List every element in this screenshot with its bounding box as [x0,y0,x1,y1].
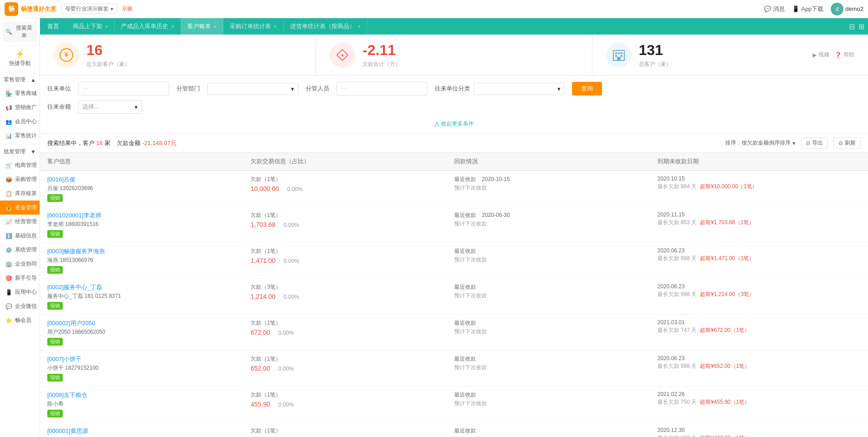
tab-product-inbound[interactable]: 产成品入库单历史 × [115,18,181,35]
content-area: ¥ 16 总欠款客户（家） ✦ [40,35,868,437]
wechat-icon: 💬 [5,303,12,310]
unit-class-select[interactable]: ▾ [474,83,565,95]
tab-home-label: 首页 [47,22,59,30]
tab-close-icon[interactable]: × [214,24,216,29]
overdue-days: 最长欠款 998 天 [657,291,698,297]
overdue-link[interactable]: 超期¥1,703.68（1笔） [700,219,754,226]
tab-close-icon[interactable]: × [171,24,174,29]
sidebar-item-retail-mgmt[interactable]: 零售管理 ▲ [0,73,40,86]
sidebar-item-inventory[interactable]: 📋 库存核算 [0,186,40,201]
ellipsis-icon: ··· [82,85,88,93]
tab-customer-account[interactable]: 客户账本 × [181,18,223,35]
export-icon: ⊙ [806,140,810,146]
balance-select[interactable]: 选择... ▾ [78,100,142,114]
sidebar-item-enterprise[interactable]: 🏢 企业协同 [0,257,40,271]
overdue-link[interactable]: 超期¥652.00（1笔） [700,363,750,369]
search-button[interactable]: 查询 [572,82,602,95]
sidebar-item-sys-mgmt[interactable]: ⚙️ 系统管理 [0,243,40,257]
tab-close-icon[interactable]: × [358,24,361,29]
recovery-next: 预计下次收款 [454,256,657,264]
debt-info-text: 欠款（1笔） [251,211,454,219]
sort-button[interactable]: 排序：按欠款金额倒序排序 ▾ [725,139,795,147]
debt-amount[interactable]: 1,703.68 [251,221,276,228]
from-unit-input[interactable]: ··· [78,82,169,95]
sidebar-item-retail-store[interactable]: 🏪 零售商城 [0,86,40,100]
customer-name[interactable]: [0002]服务中心_丁磊 [47,283,251,291]
overdue-link[interactable]: 超期¥1,214.00（3笔） [700,291,754,297]
sidebar-item-retail-stats[interactable]: 📊 零售统计 [0,129,40,143]
overdue-days: 最长欠款 853 天 [657,219,698,226]
customer-name[interactable]: [0016]吕俊 [47,176,251,184]
customer-name[interactable]: [0007]小饼干 [47,355,251,363]
sidebar-item-finance-mgmt[interactable]: 💰 资金管理 [0,201,40,215]
debt-amount[interactable]: 672.00 [251,329,270,336]
dept-select[interactable]: ▾ [207,83,298,95]
customer-name[interactable]: [0003]畅捷服务尹海燕 [47,247,251,256]
sidebar-item-vip-member[interactable]: ⭐ 畅会员 [0,313,40,327]
industry-label: 母婴行业演示账套 [65,5,109,13]
debt-amount-row: 672.00 0.00% [251,329,454,336]
debt-amount-row: 1,214.00 0.00% [251,293,454,300]
tab-purchase-stats[interactable]: 进货单统计表（按商品） × [284,18,367,35]
person-input[interactable]: ··· [336,82,427,95]
search-menu-button[interactable]: 🔍 搜索菜单 [3,22,37,42]
overdue-row: 最长欠款 998 天 超期¥652.00（1笔） [657,362,861,370]
customer-tag: 现销 [47,194,63,202]
sidebar-item-batch-mgmt[interactable]: 批发管理 ▼ [0,145,40,158]
debt-amount[interactable]: 10,000.00 [251,185,279,192]
sidebar-item-quick-nav[interactable]: ⚡ 快捷导航 [0,46,40,71]
app-link[interactable]: 示账 [122,5,133,13]
overdue-link[interactable]: 超期¥455.90（1笔） [700,399,750,405]
tab-maximize-button[interactable]: ⊞ [858,22,864,31]
refresh-button[interactable]: ⊙ 刷新 [833,137,861,149]
sidebar-item-marketing[interactable]: 📢 营销推广 [0,100,40,115]
export-button[interactable]: ⊙ 导出 [801,137,828,149]
overdue-link[interactable]: 超期¥10,000.00（1笔） [700,183,758,190]
sidebar-item-member-center[interactable]: 👥 会员中心 [0,115,40,129]
sidebar-item-label: 电商管理 [15,161,37,169]
sort-label: 排序：按欠款金额倒序排序 [725,139,791,147]
message-button[interactable]: 💬 消息 [764,5,785,13]
top-bar-right: 💬 消息 📱 App下载 d demo2 [764,3,863,15]
overdue-link[interactable]: 超期¥429.00（1笔） [700,435,750,437]
sidebar-item-purchase-mgmt[interactable]: 📦 采购管理 [0,172,40,186]
collapse-button[interactable]: ⋀ 收起更多条件 [435,120,474,128]
customer-name[interactable]: [0006]去下粮仓 [47,391,251,399]
customer-name[interactable]: [0001020001]李老师 [47,211,251,220]
debt-amount[interactable]: 652.00 [251,365,270,372]
customer-name[interactable]: [000002]用户2050 [47,319,251,327]
video-button[interactable]: ▶ 视频 [813,51,829,59]
sidebar-item-basic-info[interactable]: ℹ️ 基础信息 [0,229,40,243]
overdue-link[interactable]: 超期¥672.00（1笔） [700,327,750,333]
recovery-cell: 最近收款 预计下次收款 [454,247,657,264]
industry-selector[interactable]: 母婴行业演示账套 ▾ [61,4,117,14]
app-download-button[interactable]: 📱 App下载 [792,5,823,13]
customer-name[interactable]: [000001]黄思源 [47,427,251,435]
customer-tag: 现销 [47,374,63,382]
sidebar-search: 🔍 搜索菜单 [0,18,40,46]
debt-amount[interactable]: 455.90 [251,401,270,408]
recovery-cell: 最近收款 预计下次收款 [454,427,657,437]
stat-card-debt-customers: ¥ 16 总欠款客户（家） [40,35,316,75]
sidebar-item-app-center[interactable]: 📱 应用中心 [0,285,40,299]
debt-amount[interactable]: 1,471.00 [251,257,276,264]
tab-minimize-button[interactable]: ⊟ [849,22,855,31]
debt-ratio: 0.00% [287,186,303,192]
sidebar-item-ops-mgmt[interactable]: 📈 经营管理 [0,215,40,229]
tab-product-shelf[interactable]: 商品上下架 × [66,18,115,35]
result-text: 搜索结果中，客户 16 家 欠款金额 -21,148.07元 [47,139,176,147]
tab-close-icon[interactable]: × [274,24,276,29]
overdue-link[interactable]: 超期¥1,471.00（1笔） [700,255,754,261]
help-button[interactable]: ❓ 帮助 [835,51,854,59]
tab-purchase-order[interactable]: 采购订单统计表 × [223,18,283,35]
sidebar-item-ecom-mgmt[interactable]: 🛒 电商管理 [0,158,40,172]
sidebar-item-enterprise-wechat[interactable]: 💬 企业微信 [0,299,40,313]
user-menu[interactable]: d demo2 [831,3,863,15]
sidebar-item-new-guide[interactable]: 🎯 新手引导 [0,271,40,285]
tab-home[interactable]: 首页 [40,18,66,35]
tab-close-icon[interactable]: × [105,24,108,29]
quick-nav-icon: ⚡ [15,50,25,58]
recovery-label: 最近收款 [454,283,657,291]
debt-amount[interactable]: 1,214.00 [251,293,276,300]
sidebar-item-label: 基础信息 [15,232,37,240]
